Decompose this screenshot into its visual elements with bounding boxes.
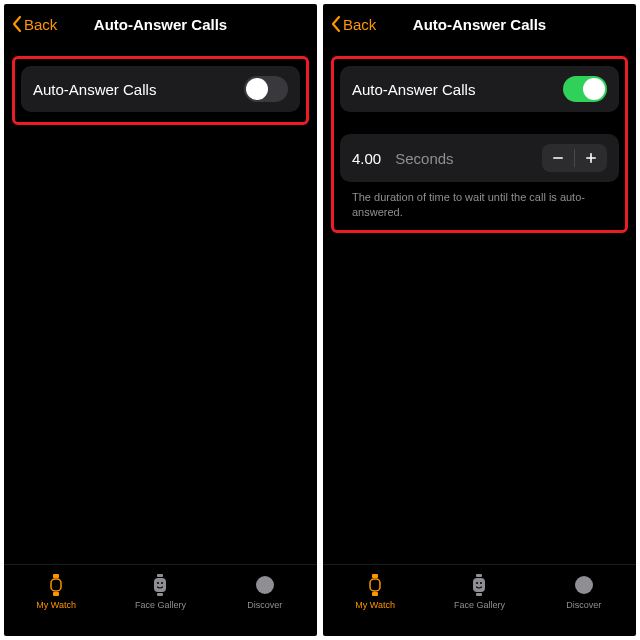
auto-answer-label: Auto-Answer Calls (33, 81, 156, 98)
watch-icon (363, 573, 387, 597)
plus-icon (584, 151, 598, 165)
tab-bar: My Watch Face Gallery (4, 564, 317, 636)
watch-icon (44, 573, 68, 597)
highlight-box: Auto-Answer Calls (12, 56, 309, 125)
svg-point-19 (480, 582, 482, 584)
chevron-left-icon (331, 15, 341, 33)
tab-label: Discover (566, 600, 601, 610)
svg-rect-12 (370, 579, 380, 591)
svg-point-8 (256, 576, 274, 594)
svg-rect-11 (590, 153, 592, 163)
duration-row: 4.00 Seconds (340, 134, 619, 182)
nav-bar: Back Auto-Answer Calls (323, 4, 636, 44)
face-gallery-icon (467, 573, 491, 597)
tab-bar: My Watch Face Gallery (323, 564, 636, 636)
tab-label: My Watch (36, 600, 76, 610)
toggle-knob (246, 78, 268, 100)
auto-answer-toggle[interactable] (244, 76, 288, 102)
auto-answer-row[interactable]: Auto-Answer Calls (21, 66, 300, 112)
back-label: Back (343, 16, 376, 33)
svg-rect-16 (476, 574, 482, 577)
svg-rect-14 (372, 592, 378, 596)
toggle-knob (583, 78, 605, 100)
svg-rect-15 (473, 578, 485, 592)
svg-rect-5 (157, 593, 163, 596)
svg-rect-0 (51, 579, 61, 591)
face-gallery-icon (148, 573, 172, 597)
stepper-plus-button[interactable] (575, 144, 607, 172)
auto-answer-toggle[interactable] (563, 76, 607, 102)
back-button[interactable]: Back (331, 15, 376, 33)
compass-icon (253, 573, 277, 597)
svg-rect-2 (53, 592, 59, 596)
minus-icon (551, 151, 565, 165)
svg-point-20 (575, 576, 593, 594)
back-button[interactable]: Back (12, 15, 57, 33)
duration-unit: Seconds (395, 150, 528, 167)
duration-footer: The duration of time to wait until the c… (340, 182, 619, 220)
phone-right: Back Auto-Answer Calls Auto-Answer Calls… (323, 4, 636, 636)
svg-rect-17 (476, 593, 482, 596)
tab-my-watch[interactable]: My Watch (4, 573, 108, 610)
highlight-box: Auto-Answer Calls 4.00 Seconds (331, 56, 628, 233)
svg-point-6 (157, 582, 159, 584)
back-label: Back (24, 16, 57, 33)
svg-point-7 (161, 582, 163, 584)
tab-label: Face Gallery (454, 600, 505, 610)
svg-rect-9 (553, 157, 563, 159)
compass-icon (572, 573, 596, 597)
tab-discover[interactable]: Discover (213, 573, 317, 610)
content-area: Auto-Answer Calls 4.00 Seconds (323, 44, 636, 564)
duration-stepper (542, 144, 607, 172)
duration-value: 4.00 (352, 150, 381, 167)
tab-my-watch[interactable]: My Watch (323, 573, 427, 610)
phone-left: Back Auto-Answer Calls Auto-Answer Calls (4, 4, 317, 636)
tab-discover[interactable]: Discover (532, 573, 636, 610)
auto-answer-row[interactable]: Auto-Answer Calls (340, 66, 619, 112)
tab-label: My Watch (355, 600, 395, 610)
auto-answer-label: Auto-Answer Calls (352, 81, 475, 98)
svg-rect-13 (372, 574, 378, 578)
tab-face-gallery[interactable]: Face Gallery (108, 573, 212, 610)
nav-bar: Back Auto-Answer Calls (4, 4, 317, 44)
tab-label: Discover (247, 600, 282, 610)
svg-rect-4 (157, 574, 163, 577)
stepper-minus-button[interactable] (542, 144, 574, 172)
svg-point-18 (476, 582, 478, 584)
svg-rect-3 (154, 578, 166, 592)
chevron-left-icon (12, 15, 22, 33)
svg-rect-1 (53, 574, 59, 578)
tab-face-gallery[interactable]: Face Gallery (427, 573, 531, 610)
tab-label: Face Gallery (135, 600, 186, 610)
content-area: Auto-Answer Calls (4, 44, 317, 564)
